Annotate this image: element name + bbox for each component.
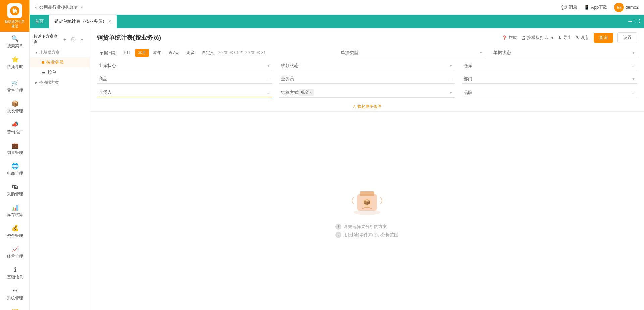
- tab-minimize-btn[interactable]: ─: [628, 18, 632, 24]
- custom-btn[interactable]: 自定义: [199, 49, 217, 57]
- goods-ellipsis-icon[interactable]: ...: [267, 76, 270, 81]
- salesman-item-label: 按业务员: [46, 59, 64, 65]
- query-btn[interactable]: 查询: [594, 33, 613, 43]
- wholesale-icon: 📦: [11, 100, 19, 107]
- filter-row-2: 出库状态 ▼ 收款状态 ▼ 仓库 ...: [97, 61, 637, 70]
- print-btn[interactable]: 🖨 按模板打印 ▼: [521, 35, 554, 41]
- doc-status-field[interactable]: 单据状态 ▼: [491, 48, 637, 57]
- account-selector[interactable]: 办公用品行业模拟账套 ▼: [35, 4, 84, 10]
- help-btn[interactable]: ❓ 帮助: [502, 35, 517, 41]
- left-panel-header: 按以下方案查询 + ✎ «: [30, 31, 90, 48]
- recv-status-arrow-icon[interactable]: ▼: [449, 64, 453, 68]
- last7-btn[interactable]: 近7天: [166, 49, 182, 57]
- header: 办公用品行业模拟账套 ▼ 💬 消息 📱 App下载 Ea demo2: [30, 0, 644, 15]
- sidebar-item-label: 快捷导航: [7, 64, 23, 70]
- purchase-icon: 🛍: [12, 183, 18, 190]
- settings-btn[interactable]: 设置: [617, 32, 637, 43]
- settlement-tag-close[interactable]: ×: [310, 91, 312, 95]
- sidebar-item-inventory[interactable]: 📊 库存核算: [0, 200, 29, 221]
- settlement-label: 结算方式: [281, 90, 299, 96]
- sidebar-item-label: 系统管理: [7, 295, 23, 301]
- tab-close-btn[interactable]: ×: [109, 19, 111, 24]
- tree-item-salesman[interactable]: 按业务员: [30, 57, 90, 67]
- app-download-btn[interactable]: 📱 App下载: [584, 4, 607, 10]
- sidebar-item-ecommerce[interactable]: 🌐 电商管理: [0, 159, 29, 180]
- user-profile[interactable]: Ea demo2: [614, 3, 639, 12]
- sidebar-item-enterprise[interactable]: 🤝 企业协同: [0, 304, 29, 310]
- sidebar-item-sales[interactable]: 💼 销售管理: [0, 138, 29, 159]
- salesman-field[interactable]: 业务员 ...: [279, 74, 455, 84]
- out-status-field[interactable]: 出库状态 ▼: [97, 61, 272, 70]
- sidebar-item-marketing[interactable]: 📣 营销推广: [0, 117, 29, 138]
- brand-ellipsis-icon[interactable]: ...: [632, 90, 635, 95]
- sidebar-item-shortcut[interactable]: ⭐ 快捷导航: [0, 52, 29, 73]
- sidebar-item-search[interactable]: 🔍 搜索菜单: [0, 32, 29, 52]
- tab-home[interactable]: 首页: [30, 15, 49, 28]
- edit-scheme-btn[interactable]: ✎: [70, 36, 77, 43]
- doc-type-field[interactable]: 单据类型 ▼: [339, 48, 485, 57]
- recv-status-field[interactable]: 收款状态 ▼: [279, 61, 455, 70]
- goods-field[interactable]: 商品 ...: [97, 74, 272, 84]
- refresh-btn[interactable]: ↻ 刷新: [576, 35, 590, 41]
- tree-item-order[interactable]: ☰ 按单: [30, 67, 90, 78]
- warehouse-field[interactable]: 仓库 ...: [462, 61, 637, 70]
- brand-label: 品牌: [464, 90, 474, 96]
- settlement-arrow-icon[interactable]: ▼: [449, 91, 453, 95]
- svg-text:畅: 畅: [12, 8, 17, 13]
- message-label: 消息: [569, 4, 577, 10]
- last-month-btn[interactable]: 上月: [119, 49, 133, 57]
- header-right: 💬 消息 📱 App下载 Ea demo2: [561, 3, 639, 12]
- this-year-btn[interactable]: 本年: [150, 49, 164, 57]
- enterprise-icon: 🤝: [11, 308, 19, 310]
- out-status-arrow-icon[interactable]: ▼: [267, 64, 270, 68]
- message-btn[interactable]: 💬 消息: [561, 4, 577, 10]
- filter-row-1: 单据日期 上月 本月 本年 近7天 更多 自定义 2023-03-01 至 20…: [97, 48, 637, 57]
- recipient-field[interactable]: 收货人 ...: [97, 88, 272, 97]
- sidebar-item-label: 库存核算: [7, 212, 23, 218]
- sidebar-item-wholesale[interactable]: 📦 批发管理: [0, 97, 29, 117]
- account-name: 办公用品行业模拟账套: [35, 4, 78, 10]
- print-icon: 🖨: [521, 35, 526, 40]
- settlement-tag-text: 现金: [301, 90, 309, 95]
- doc-type-arrow-icon[interactable]: ▼: [479, 51, 483, 55]
- export-btn[interactable]: ⬇ 导出: [558, 35, 572, 41]
- brand-field[interactable]: 品牌 ...: [462, 88, 637, 97]
- sidebar-item-label: 采购管理: [7, 191, 23, 197]
- sidebar-item-retail[interactable]: 🛒 零售管理: [0, 76, 29, 97]
- sidebar-nav: 🔍 搜索菜单 ⭐ 快捷导航 🛒 零售管理 📦 批发管理 📣 营销推广 💼 销售管…: [0, 32, 29, 310]
- salesman-ellipsis-icon[interactable]: ...: [449, 76, 453, 81]
- sidebar-item-system[interactable]: ⚙ 系统管理: [0, 283, 29, 304]
- app-download-label: App下载: [591, 4, 607, 10]
- message-icon: 💬: [561, 5, 567, 10]
- collapse-bar[interactable]: ∧ 收起更多条件: [97, 102, 637, 111]
- sidebar-item-basic[interactable]: ℹ 基础信息: [0, 263, 29, 283]
- tree-group-mobile[interactable]: ▶ 移动端方案: [30, 78, 90, 87]
- inventory-icon: 📊: [11, 204, 19, 211]
- active-tab-label: 销货单统计表（按业务员）: [54, 18, 107, 24]
- sidebar-item-label: 经营管理: [7, 254, 23, 259]
- svg-rect-6: [360, 191, 374, 196]
- print-label: 按模板打印: [527, 35, 549, 41]
- tree-group-desktop[interactable]: ▼ 电脑端方案: [30, 48, 90, 57]
- more-btn[interactable]: 更多: [183, 49, 198, 57]
- filter-form: 单据日期 上月 本月 本年 近7天 更多 自定义 2023-03-01 至 20…: [97, 46, 637, 111]
- recipient-label: 收货人: [99, 89, 112, 95]
- settlement-field[interactable]: 结算方式 现金 × ▼: [279, 88, 455, 98]
- recipient-ellipsis-icon[interactable]: ...: [267, 90, 270, 95]
- collapse-panel-btn[interactable]: «: [79, 36, 86, 43]
- this-month-btn[interactable]: 本月: [135, 49, 149, 57]
- finance-icon: 💰: [11, 224, 19, 232]
- dept-field[interactable]: 部门 ▼: [462, 74, 637, 84]
- sidebar-item-operations[interactable]: 📈 经营管理: [0, 242, 29, 263]
- doc-status-arrow-icon[interactable]: ▼: [632, 51, 635, 55]
- tab-sales-stat[interactable]: 销货单统计表（按业务员） ×: [49, 15, 117, 28]
- sidebar-logo[interactable]: 畅 畅捷通好生意 标版: [0, 0, 29, 32]
- dept-arrow-icon[interactable]: ▼: [632, 77, 635, 81]
- tab-expand-btn[interactable]: ⛶: [635, 18, 640, 24]
- sidebar-item-purchase[interactable]: 🛍 采购管理: [0, 180, 29, 200]
- sidebar-item-finance[interactable]: 💰 资金管理: [0, 221, 29, 242]
- warehouse-ellipsis-icon[interactable]: ...: [632, 63, 635, 68]
- svg-text:📦: 📦: [364, 199, 370, 205]
- add-scheme-btn[interactable]: +: [61, 36, 68, 43]
- out-status-label: 出库状态: [99, 63, 119, 69]
